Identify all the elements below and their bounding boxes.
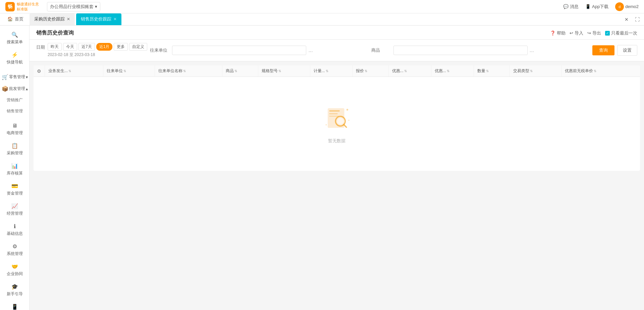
phone-icon: 📱 bbox=[585, 4, 591, 9]
tab-close-purchase[interactable]: ✕ bbox=[67, 17, 70, 21]
sidebar-item-purchase[interactable]: 📋 采购管理 bbox=[0, 139, 29, 159]
counterpart-dots: ... bbox=[308, 47, 313, 53]
sidebar: 🔍 搜索菜单 ⚡ 快捷导航 🛒 零售管理 ▾ 📦 批发管理 ▴ 营销推广 销售管… bbox=[0, 25, 30, 310]
only-last-checkbox[interactable]: ✓ 只看最后一次 bbox=[605, 30, 637, 36]
col-biz-date[interactable]: 业务发生...⇅ bbox=[45, 65, 103, 77]
sidebar-item-app-center[interactable]: 📱 应用中心 bbox=[0, 300, 29, 310]
logo-area: 畅 畅捷通好生意 标准版 bbox=[5, 2, 39, 11]
col-pretax-price[interactable]: 优惠前无税单价⇅ bbox=[561, 65, 640, 77]
sort-icon-5: ⇅ bbox=[278, 69, 281, 73]
sidebar-item-sales-mgmt[interactable]: 销售管理 bbox=[0, 106, 29, 117]
top-bar: 畅 畅捷通好生意 标准版 办公用品行业模拟账套 ▾ 💬 消息 📱 App下载 d… bbox=[0, 0, 644, 13]
sidebar-item-marketing[interactable]: 营销推广 bbox=[0, 95, 29, 106]
sidebar-item-finance[interactable]: 💳 资金管理 bbox=[0, 179, 29, 200]
message-btn[interactable]: 💬 消息 bbox=[563, 4, 579, 10]
date-btn-yesterday[interactable]: 昨天 bbox=[48, 43, 62, 51]
table-body: 暂无数据 bbox=[34, 77, 640, 171]
svg-point-8 bbox=[326, 124, 327, 125]
table-area: ⚙ 业务发生...⇅ 往来单位⇅ 往来单位名称⇅ bbox=[30, 61, 644, 310]
logo-text: 畅捷通好生意 标准版 bbox=[17, 2, 39, 11]
sidebar-item-search[interactable]: 🔍 搜索菜单 bbox=[0, 28, 29, 48]
date-btn-today[interactable]: 今天 bbox=[63, 43, 77, 51]
sidebar-item-base-info[interactable]: ℹ 基础信息 bbox=[0, 220, 29, 240]
sort-icon-7: ⇅ bbox=[365, 69, 367, 73]
close-window-btn[interactable]: ✕ bbox=[623, 15, 631, 23]
col-counterpart-name[interactable]: 往来单位名称⇅ bbox=[155, 65, 222, 77]
expand-icon: ▾ bbox=[26, 75, 28, 80]
logo-icon: 畅 bbox=[5, 2, 15, 11]
col-spec[interactable]: 规格型号⇅ bbox=[258, 65, 310, 77]
filter-area: 日期 昨天 今天 近7天 近1月 更多 自定义 2023-02-18 至 202… bbox=[30, 40, 644, 61]
sort-icon-2: ⇅ bbox=[123, 69, 126, 73]
tab-close-sales[interactable]: ✕ bbox=[113, 17, 117, 21]
tab-bar: 🏠 首页 采购历史价跟踪 ✕ 销售历史价跟踪 ✕ ✕ ⛶ bbox=[0, 13, 644, 25]
svg-rect-3 bbox=[329, 116, 339, 117]
col-settings: ⚙ bbox=[34, 65, 45, 77]
settings-button[interactable]: 设置 bbox=[617, 45, 637, 56]
date-btn-last1m[interactable]: 近1月 bbox=[96, 43, 113, 51]
svg-rect-2 bbox=[329, 113, 338, 114]
counterpart-input[interactable] bbox=[172, 46, 306, 55]
sidebar-item-system[interactable]: ⚙ 系统管理 bbox=[0, 240, 29, 260]
col-discount2[interactable]: 优惠...⇅ bbox=[431, 65, 474, 77]
sidebar-item-inventory[interactable]: 📊 库存核算 bbox=[0, 159, 29, 179]
date-buttons: 昨天 今天 近7天 近1月 更多 自定义 bbox=[48, 43, 147, 51]
help-btn[interactable]: ❓ 帮助 bbox=[550, 30, 566, 36]
retail-icon: 🛒 bbox=[2, 74, 8, 80]
import-btn[interactable]: ↩ 导入 bbox=[570, 30, 583, 36]
tab-purchase-history[interactable]: 采购历史价跟踪 ✕ bbox=[30, 13, 75, 25]
page-header: 销售历史价查询 ❓ 帮助 ↩ 导入 ↪ 导出 ✓ 只看最后一次 bbox=[30, 25, 644, 40]
empty-illustration bbox=[322, 104, 352, 134]
date-range-display: 2023-02-18 至 2023-03-18 bbox=[48, 52, 147, 58]
sort-icon-10: ⇅ bbox=[486, 69, 489, 73]
date-btn-more[interactable]: 更多 bbox=[114, 43, 128, 51]
account-selector[interactable]: 办公用品行业模拟账套 ▾ bbox=[47, 2, 100, 11]
table-container: ⚙ 业务发生...⇅ 往来单位⇅ 往来单位名称⇅ bbox=[34, 65, 640, 171]
sidebar-item-guide[interactable]: 🎓 新手引导 bbox=[0, 280, 29, 300]
sidebar-item-operations[interactable]: 📈 经营管理 bbox=[0, 200, 29, 220]
action-buttons: 查询 设置 bbox=[592, 45, 637, 56]
tab-sales-history[interactable]: 销售历史价跟踪 ✕ bbox=[76, 13, 121, 25]
user-profile[interactable]: d demo2 bbox=[615, 2, 639, 11]
chevron-down-icon: ▾ bbox=[95, 4, 97, 9]
goods-input[interactable] bbox=[393, 46, 528, 55]
sidebar-item-shortcuts[interactable]: ⚡ 快捷导航 bbox=[0, 48, 29, 68]
table-settings-icon[interactable]: ⚙ bbox=[37, 68, 41, 74]
col-discount1[interactable]: 优惠...⇅ bbox=[388, 65, 431, 77]
query-button[interactable]: 查询 bbox=[592, 45, 614, 55]
export-btn[interactable]: ↪ 导出 bbox=[587, 30, 601, 36]
content-area: 销售历史价查询 ❓ 帮助 ↩ 导入 ↪ 导出 ✓ 只看最后一次 bbox=[30, 25, 644, 310]
date-btn-custom[interactable]: 自定义 bbox=[129, 43, 147, 51]
table-header: ⚙ 业务发生...⇅ 往来单位⇅ 往来单位名称⇅ bbox=[34, 65, 640, 77]
col-goods[interactable]: 商品⇅ bbox=[222, 65, 258, 77]
date-btn-last7[interactable]: 近7天 bbox=[78, 43, 95, 51]
expand-icon-2: ▴ bbox=[26, 87, 28, 91]
empty-text: 暂无数据 bbox=[328, 138, 345, 144]
col-quote[interactable]: 报价⇅ bbox=[353, 65, 388, 77]
tab-home[interactable]: 🏠 首页 bbox=[3, 13, 28, 25]
empty-state: 暂无数据 bbox=[34, 77, 640, 171]
svg-point-5 bbox=[337, 118, 344, 124]
col-trade-type[interactable]: 交易类型⇅ bbox=[510, 65, 561, 77]
app-download-btn[interactable]: 📱 App下载 bbox=[585, 4, 608, 10]
sidebar-item-corp[interactable]: 🤝 企业协同 bbox=[0, 260, 29, 280]
base-info-icon: ℹ bbox=[14, 223, 16, 229]
wholesale-icon: 📦 bbox=[2, 86, 8, 92]
sidebar-item-retail[interactable]: 🛒 零售管理 ▾ bbox=[0, 71, 29, 83]
inventory-icon: 📊 bbox=[11, 163, 18, 169]
sidebar-item-wholesale[interactable]: 📦 批发管理 ▴ bbox=[0, 83, 29, 95]
import-icon: ↩ bbox=[570, 31, 573, 36]
maximize-btn[interactable]: ⛶ bbox=[633, 15, 641, 23]
page-title: 销售历史价查询 bbox=[36, 30, 74, 37]
col-quantity[interactable]: 数量⇅ bbox=[474, 65, 509, 77]
col-unit[interactable]: 计量...⇅ bbox=[310, 65, 353, 77]
empty-state-row: 暂无数据 bbox=[34, 77, 640, 171]
svg-rect-1 bbox=[329, 110, 340, 112]
date-filter: 日期 昨天 今天 近7天 近1月 更多 自定义 2023-02-18 至 202… bbox=[36, 43, 147, 58]
tab-bar-right: ✕ ⛶ bbox=[623, 15, 641, 23]
purchase-icon: 📋 bbox=[11, 143, 18, 149]
sidebar-item-ecommerce[interactable]: 🖥 电商管理 bbox=[0, 119, 29, 139]
operations-icon: 📈 bbox=[11, 203, 18, 209]
col-counterpart-code[interactable]: 往来单位⇅ bbox=[103, 65, 155, 77]
guide-icon: 🎓 bbox=[11, 283, 18, 290]
